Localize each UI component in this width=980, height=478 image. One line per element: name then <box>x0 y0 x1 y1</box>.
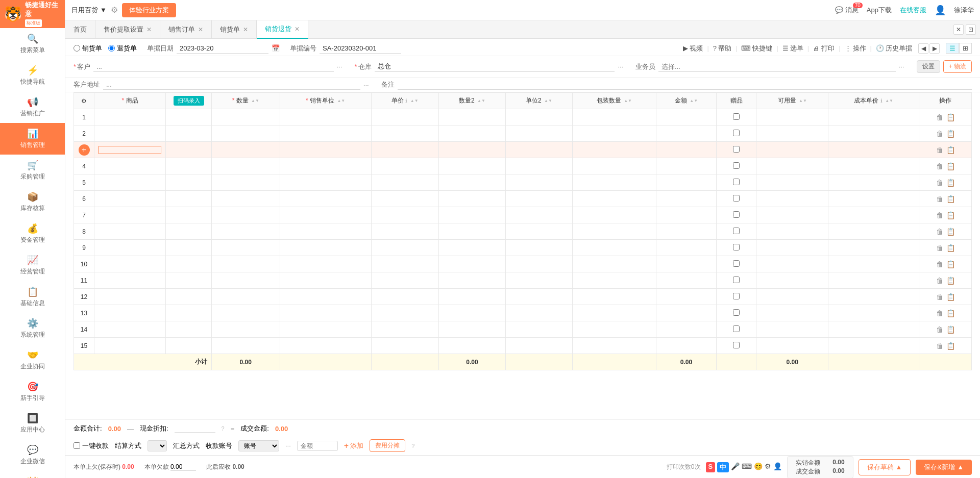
discount-input[interactable] <box>175 424 215 433</box>
amount-cell[interactable] <box>656 142 716 158</box>
sidebar-item-wechat[interactable]: 💬 企业微信 <box>0 439 65 471</box>
save-draft-button[interactable]: 保存草稿 ▲ <box>859 459 911 475</box>
gift-cell[interactable] <box>717 109 756 125</box>
delete-row-button[interactable]: 🗑 <box>936 162 943 170</box>
sidebar-item-sales[interactable]: 📊 销售管理 <box>0 123 65 155</box>
delete-row-button[interactable]: 🗑 <box>936 325 943 334</box>
sidebar-item-shortcut[interactable]: ⚡ 快捷导航 <box>0 60 65 91</box>
message-badge[interactable]: 💬 70 消息 <box>835 6 859 15</box>
copy-row-button[interactable]: 📋 <box>946 130 955 138</box>
sidebar-item-search[interactable]: 🔍 搜索菜单 <box>0 28 65 60</box>
copy-row-button[interactable]: 📋 <box>946 113 955 121</box>
sidebar-item-operations[interactable]: 📈 经营管理 <box>0 249 65 281</box>
address-input[interactable] <box>103 80 360 90</box>
pkg-qty-cell[interactable] <box>572 125 656 142</box>
staff-dots[interactable]: ··· <box>899 63 904 70</box>
cost-sort-icon[interactable]: ▲▼ <box>885 98 893 103</box>
scan-input-button[interactable]: 扫码录入 <box>174 96 204 106</box>
sidebar-item-newbie[interactable]: 🎯 新手引导 <box>0 376 65 408</box>
tab-sales-return-close[interactable]: ✕ <box>295 26 300 33</box>
print-action[interactable]: 🖨 打印 <box>813 44 835 53</box>
add-row-cell[interactable]: + <box>74 142 94 158</box>
tab-sales-delivery-close[interactable]: ✕ <box>243 26 248 33</box>
unit-sort-icon[interactable]: ▲▼ <box>337 98 345 103</box>
th-scan[interactable]: 扫码录入 <box>166 93 212 109</box>
unit2-sort-icon[interactable]: ▲▼ <box>544 98 552 103</box>
sidebar-item-member[interactable]: 👑 畅会员 <box>0 471 65 478</box>
calendar-icon[interactable]: 📅 <box>272 44 280 52</box>
gift-checkbox[interactable] <box>733 179 740 185</box>
customer-dots[interactable]: ··· <box>337 63 342 70</box>
help-action[interactable]: ? 帮助 <box>713 44 731 53</box>
gift-checkbox[interactable] <box>733 228 740 234</box>
unit2-cell[interactable] <box>505 109 572 125</box>
delete-row-button[interactable]: 🗑 <box>936 130 943 138</box>
unit2-cell[interactable] <box>505 125 572 142</box>
logistics-button[interactable]: + 物流 <box>943 60 972 73</box>
qty2-cell[interactable] <box>438 142 505 158</box>
sidebar-item-purchase[interactable]: 🛒 采购管理 <box>0 155 65 186</box>
close-tab-button[interactable]: ✕ <box>953 24 964 35</box>
unit-cell[interactable] <box>280 142 371 158</box>
this-debit-input[interactable] <box>170 463 196 471</box>
amount-sort-icon[interactable]: ▲▼ <box>690 98 698 103</box>
tab-home[interactable]: 首页 <box>65 20 95 39</box>
gift-cell[interactable] <box>717 142 756 158</box>
gift-checkbox[interactable] <box>733 195 740 202</box>
save-new-button[interactable]: 保存&新增 ▲ <box>916 460 972 475</box>
account-select[interactable]: 账号 <box>238 440 279 451</box>
experience-button[interactable]: 体验行业方案 <box>122 3 176 17</box>
amount-cell[interactable] <box>656 125 716 142</box>
gift-checkbox[interactable] <box>733 211 740 218</box>
copy-row-button[interactable]: 📋 <box>946 276 955 285</box>
copy-row-button[interactable]: 📋 <box>946 146 955 154</box>
gift-checkbox[interactable] <box>733 276 740 283</box>
maximize-tab-button[interactable]: ⊡ <box>966 24 976 35</box>
price-cell[interactable] <box>371 142 438 158</box>
copy-row-button[interactable]: 📋 <box>946 162 955 170</box>
copy-row-button[interactable]: 📋 <box>946 228 955 236</box>
price-sort-icon[interactable]: ▲▼ <box>410 98 419 103</box>
tab-price-setting[interactable]: 售价提取设置 ✕ <box>95 20 160 39</box>
note-input[interactable] <box>398 80 972 90</box>
topbar-gear-icon[interactable]: ⚙ <box>111 5 118 15</box>
tab-price-setting-close[interactable]: ✕ <box>146 26 152 33</box>
delete-row-button[interactable]: 🗑 <box>936 293 943 301</box>
sidebar-item-marketing[interactable]: 📢 营销推广 <box>0 91 65 123</box>
gift-checkbox[interactable] <box>733 325 740 332</box>
one-click-label[interactable]: 一键收款 <box>74 441 109 450</box>
gift-checkbox[interactable] <box>733 130 740 136</box>
next-record-button[interactable]: ▶ <box>929 43 940 54</box>
pkg-sort-icon[interactable]: ▲▼ <box>624 98 632 103</box>
prev-record-button[interactable]: ◀ <box>918 43 928 54</box>
delete-row-button[interactable]: 🗑 <box>936 211 943 219</box>
price-cell[interactable] <box>371 125 438 142</box>
history-action[interactable]: 🕐 历史单据 <box>876 44 912 53</box>
warehouse-dots[interactable]: ··· <box>618 63 623 70</box>
gift-checkbox[interactable] <box>733 113 740 120</box>
delete-row-button[interactable]: 🗑 <box>936 244 943 252</box>
shortcut-action[interactable]: ⌨ 快捷键 <box>741 44 772 53</box>
unit-cell[interactable] <box>280 109 371 125</box>
qty2-cell[interactable] <box>438 109 505 125</box>
copy-row-button[interactable]: 📋 <box>946 309 955 317</box>
delete-row-button[interactable]: 🗑 <box>936 260 943 268</box>
gift-cell[interactable] <box>717 125 756 142</box>
gift-checkbox[interactable] <box>733 260 740 267</box>
grid-view-button[interactable]: ⊞ <box>959 43 972 54</box>
price-cell[interactable] <box>371 109 438 125</box>
available-sort-icon[interactable]: ▲▼ <box>799 98 807 103</box>
delete-row-button[interactable]: 🗑 <box>936 309 943 317</box>
qty-cell[interactable] <box>212 125 280 142</box>
copy-row-button[interactable]: 📋 <box>946 179 955 187</box>
qty-cell[interactable] <box>212 109 280 125</box>
goods-input-active[interactable] <box>99 146 161 154</box>
amount-field[interactable] <box>297 441 338 451</box>
dots-icon[interactable]: ··· <box>285 442 291 449</box>
fee-split-button[interactable]: 费用分摊 <box>370 439 405 452</box>
add-payment-button[interactable]: + 添加 <box>344 441 363 450</box>
gift-checkbox[interactable] <box>733 146 740 153</box>
delete-row-button[interactable]: 🗑 <box>936 342 943 350</box>
qty2-cell[interactable] <box>438 125 505 142</box>
copy-row-button[interactable]: 📋 <box>946 244 955 252</box>
